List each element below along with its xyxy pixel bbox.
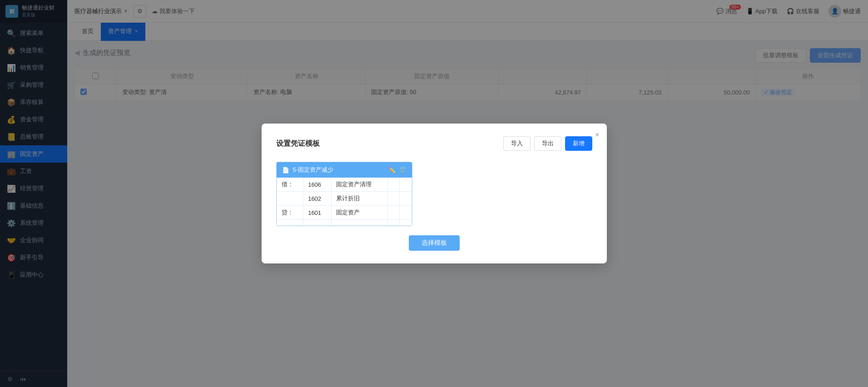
export-btn[interactable]: 导出 xyxy=(534,136,561,151)
entry-name-2: 累计折旧 xyxy=(332,192,388,206)
dialog-close-btn[interactable]: × xyxy=(595,131,599,139)
template-card-body: 借： 1606 固定资产清理 1602 累计折旧 xyxy=(277,178,412,226)
dialog-header: 设置凭证模板 导入 导出 新增 xyxy=(276,136,592,151)
entry-col-5 xyxy=(400,192,412,206)
entry-code-1: 1606 xyxy=(303,178,332,192)
dialog-action-buttons: 导入 导出 新增 xyxy=(503,136,592,151)
dialog-title: 设置凭证模板 xyxy=(276,139,320,149)
empty-cell-2 xyxy=(303,220,332,226)
template-entry-row: 1602 累计折旧 xyxy=(277,192,412,206)
new-btn[interactable]: 新增 xyxy=(565,136,592,151)
template-header-actions: ✏️ 🗑️ xyxy=(388,167,407,174)
delete-icon[interactable]: 🗑️ xyxy=(399,167,407,174)
entry-code-2: 1602 xyxy=(303,192,332,206)
template-card-header: 📄 5-固定资产减少 ✏️ 🗑️ xyxy=(277,162,412,178)
empty-cell-3 xyxy=(332,220,388,226)
entry-col-4 xyxy=(388,192,400,206)
template-entry-row: 贷： 1601 固定资产 xyxy=(277,206,412,220)
template-entry-empty-row xyxy=(277,220,412,226)
template-dialog: 设置凭证模板 导入 导出 新增 📄 5-固定资产减少 ✏️ 🗑️ xyxy=(262,124,607,263)
entry-name-3: 固定资产 xyxy=(332,206,388,220)
entry-name-1: 固定资产清理 xyxy=(332,178,388,192)
entry-type-borrow: 借： xyxy=(277,178,303,192)
entry-col-5 xyxy=(400,178,412,192)
entry-col-5 xyxy=(400,206,412,220)
template-doc-icon: 📄 xyxy=(282,167,289,174)
empty-cell-5 xyxy=(400,220,412,226)
entry-code-3: 1601 xyxy=(303,206,332,220)
template-id-name: 5-固定资产减少 xyxy=(293,166,334,174)
empty-cell-1 xyxy=(277,220,303,226)
edit-icon[interactable]: ✏️ xyxy=(388,167,396,174)
entry-type-credit: 贷： xyxy=(277,206,303,220)
template-entries-table: 借： 1606 固定资产清理 1602 累计折旧 xyxy=(277,178,412,226)
dialog-overlay: 设置凭证模板 导入 导出 新增 📄 5-固定资产减少 ✏️ 🗑️ xyxy=(0,0,868,387)
entry-type-indent xyxy=(277,192,303,206)
entry-col-4 xyxy=(388,178,400,192)
select-template-btn[interactable]: 选择模板 xyxy=(409,235,460,251)
entry-col-4 xyxy=(388,206,400,220)
template-card: 📄 5-固定资产减少 ✏️ 🗑️ 借： 1606 固定资产清理 xyxy=(276,162,412,226)
template-entry-row: 借： 1606 固定资产清理 xyxy=(277,178,412,192)
import-btn[interactable]: 导入 xyxy=(503,136,531,151)
empty-cell-4 xyxy=(388,220,400,226)
